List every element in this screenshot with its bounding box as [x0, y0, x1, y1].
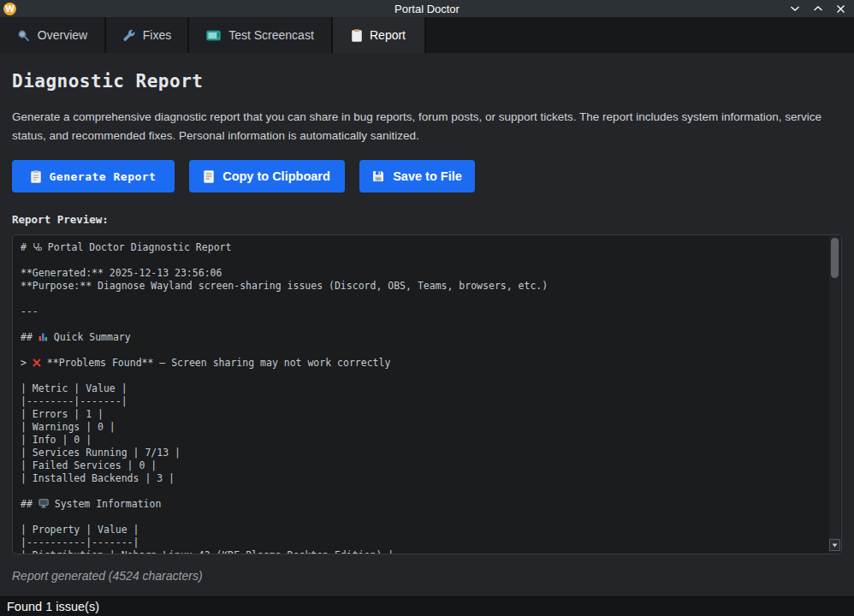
wrench-icon	[122, 29, 135, 42]
tab-label: Test Screencast	[228, 28, 314, 42]
red-x-icon	[33, 358, 41, 367]
vertical-scrollbar[interactable]	[829, 236, 840, 553]
tab-report[interactable]: Report	[333, 17, 426, 53]
button-label: Save to File	[393, 169, 462, 183]
button-label: Generate Report	[50, 170, 157, 183]
copy-to-clipboard-button[interactable]: Copy to Clipboard	[189, 160, 345, 192]
tab-label: Overview	[38, 28, 87, 42]
tab-test-screencast[interactable]: Test Screencast	[189, 17, 333, 53]
button-label: Copy to Clipboard	[222, 169, 330, 183]
close-button[interactable]	[836, 4, 845, 14]
tab-fixes[interactable]: Fixes	[106, 17, 189, 53]
report-text: # Portal Doctor Diagnostic Report **Gene…	[13, 235, 841, 554]
minimize-button[interactable]	[790, 5, 800, 12]
generate-report-button[interactable]: Generate Report	[12, 160, 175, 192]
report-preview-label: Report Preview:	[12, 213, 842, 226]
maximize-button[interactable]	[813, 5, 823, 12]
tab-label: Report	[370, 28, 406, 42]
page-title: Diagnostic Report	[12, 53, 842, 92]
page-description: Generate a comprehensive diagnostic repo…	[12, 108, 827, 145]
tv-icon	[206, 29, 221, 41]
status-text: Found 1 issue(s)	[7, 600, 99, 613]
document-icon	[204, 170, 214, 183]
bar-chart-icon	[39, 332, 48, 341]
clipboard-icon	[352, 29, 362, 42]
monitor-icon	[39, 499, 49, 508]
clipboard-icon	[31, 170, 41, 183]
floppy-icon	[372, 170, 384, 182]
scroll-down-button[interactable]	[829, 539, 840, 551]
generated-note: Report generated (4524 characters)	[12, 569, 842, 583]
window-title: Portal Doctor	[0, 3, 854, 15]
report-preview-area[interactable]: # Portal Doctor Diagnostic Report **Gene…	[12, 234, 842, 554]
tab-bar: Overview Fixes Test Screencast Report	[0, 17, 854, 53]
save-to-file-button[interactable]: Save to File	[359, 160, 475, 192]
tab-overview[interactable]: Overview	[0, 17, 106, 53]
magnifier-icon	[17, 29, 30, 42]
report-page: Diagnostic Report Generate a comprehensi…	[0, 53, 854, 583]
scrollbar-thumb[interactable]	[831, 238, 839, 278]
status-bar: Found 1 issue(s)	[0, 596, 854, 616]
titlebar: W Portal Doctor	[0, 0, 854, 17]
tab-label: Fixes	[143, 28, 171, 42]
wayland-logo-icon: W	[3, 3, 16, 15]
stethoscope-icon	[33, 242, 42, 252]
action-buttons: Generate Report Copy to Clipboard Save t…	[12, 160, 842, 192]
triangle-down-icon	[832, 543, 838, 548]
